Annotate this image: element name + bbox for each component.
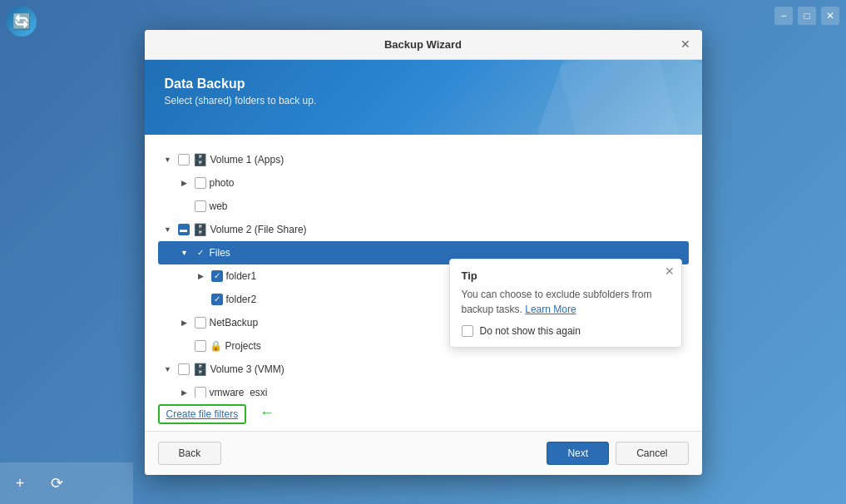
dialog-header-subtitle: Select (shared) folders to back up. (165, 95, 682, 106)
desktop: 🔄 − □ ✕ + ⟳ Backup Wizard ✕ Data Backup (0, 0, 846, 504)
expand-netbackup[interactable] (178, 316, 191, 329)
dialog-overlay: Backup Wizard ✕ Data Backup Select (shar… (0, 0, 846, 504)
dialog-close-button[interactable]: ✕ (677, 36, 694, 52)
checkbox-v3[interactable] (178, 363, 190, 375)
tooltip-title: Tip (462, 269, 670, 282)
do-not-show-checkbox[interactable] (462, 325, 473, 337)
icon-v2: 🗄️ (193, 223, 207, 236)
arrow-indicator: ← (260, 404, 275, 422)
cancel-button[interactable]: Cancel (616, 442, 688, 465)
dialog-header-title: Data Backup (165, 77, 682, 91)
dialog-footer: Back Next Cancel (145, 431, 702, 475)
label-vmware: vmware_esxi (210, 387, 685, 398)
expand-folder1[interactable] (195, 269, 208, 283)
backup-wizard-dialog: Backup Wizard ✕ Data Backup Select (shar… (145, 30, 702, 475)
label-v3: Volume 3 (VMM) (210, 363, 685, 375)
expand-photo[interactable] (178, 176, 191, 190)
tree-item-v3[interactable]: 🗄️ Volume 3 (VMM) (158, 358, 689, 381)
icon-v1: 🗄️ (193, 153, 207, 166)
label-v1: Volume 1 (Apps) (210, 154, 685, 166)
dialog-titlebar: Backup Wizard ✕ (145, 30, 702, 60)
label-files: Files (210, 247, 685, 259)
checkbox-v2[interactable]: ▬ (178, 224, 190, 235)
checkbox-folder2[interactable]: ✓ (211, 294, 223, 305)
checkbox-photo[interactable] (195, 177, 206, 189)
tooltip-text: You can choose to exclude subfolders fro… (462, 287, 670, 317)
expand-folder2 (195, 293, 208, 306)
tooltip-checkbox-row: Do not show this again (462, 325, 670, 337)
create-file-filters-link[interactable]: Create file filters (158, 404, 247, 424)
tree-item-photo[interactable]: photo (158, 171, 689, 195)
checkbox-folder1[interactable]: ✓ (211, 270, 223, 282)
checkbox-files[interactable]: ✓ (195, 247, 206, 259)
tooltip-close-button[interactable]: ✕ (665, 264, 675, 278)
tooltip-learn-more-link[interactable]: Learn More (525, 304, 576, 315)
dialog-body: 🗄️ Volume 1 (Apps) photo web (145, 135, 702, 431)
tip-tooltip: ✕ Tip You can choose to exclude subfolde… (449, 259, 682, 348)
checkbox-web[interactable] (195, 200, 206, 212)
tree-item-vmware[interactable]: vmware_esxi (158, 381, 689, 398)
expand-web (178, 200, 191, 213)
expand-v3[interactable] (161, 363, 175, 376)
tree-item-web[interactable]: web (158, 195, 689, 218)
expand-vmware[interactable] (178, 386, 191, 398)
icon-projects-lock: 🔒 (210, 340, 222, 352)
next-button[interactable]: Next (547, 442, 609, 465)
label-photo: photo (210, 177, 685, 189)
dialog-header: Data Backup Select (shared) folders to b… (145, 60, 702, 135)
expand-v2[interactable] (161, 223, 175, 236)
footer-right-buttons: Next Cancel (547, 442, 688, 465)
back-button[interactable]: Back (158, 442, 222, 465)
label-web: web (210, 200, 685, 212)
checkbox-projects[interactable] (195, 340, 206, 352)
tree-item-v2[interactable]: ▬ 🗄️ Volume 2 (File Share) (158, 218, 689, 241)
tree-item-v1[interactable]: 🗄️ Volume 1 (Apps) (158, 148, 689, 171)
icon-v3: 🗄️ (193, 363, 207, 376)
checkbox-netbackup[interactable] (195, 317, 206, 329)
label-v2: Volume 2 (File Share) (210, 224, 685, 235)
checkbox-vmware[interactable] (195, 387, 206, 398)
create-filters-row: Create file filters ← (145, 398, 702, 431)
do-not-show-label: Do not show this again (480, 325, 581, 337)
expand-files[interactable] (178, 246, 191, 259)
dialog-title: Backup Wizard (384, 38, 462, 51)
expand-v1[interactable] (161, 153, 175, 166)
checkbox-v1[interactable] (178, 154, 190, 166)
expand-projects (178, 339, 191, 353)
